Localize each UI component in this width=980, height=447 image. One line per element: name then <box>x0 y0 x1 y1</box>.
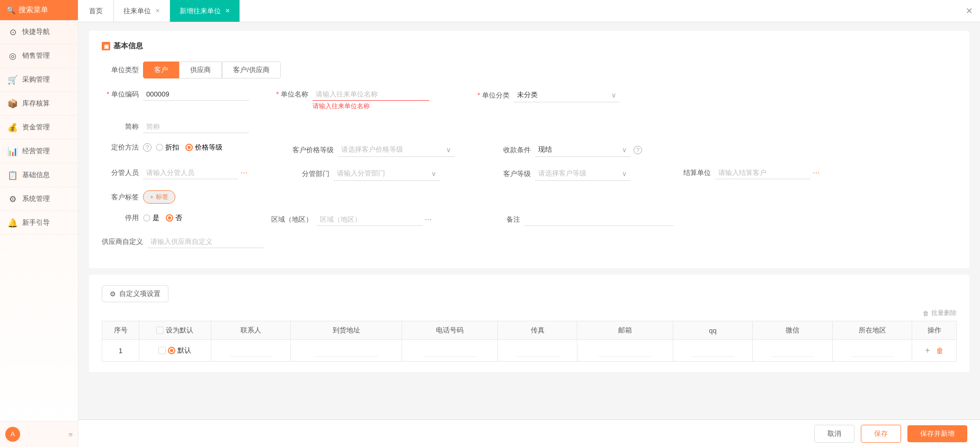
sidebar-item-system[interactable]: ⚙ 系统管理 <box>0 187 78 211</box>
contact-input[interactable] <box>230 344 272 357</box>
table-row: 1 默认 <box>102 340 957 362</box>
sidebar-item-finance[interactable]: 💰 资金管理 <box>0 116 78 139</box>
type-btn-customer[interactable]: 客户 <box>143 62 179 78</box>
department-field: 分管部门 请输入分管部门 ∨ <box>292 166 494 181</box>
phone-input[interactable] <box>423 344 476 357</box>
supplier-custom-label: 供应商自定义 <box>102 237 143 247</box>
manager-label: 分管人员 <box>102 168 139 178</box>
operations-icon: 📊 <box>7 146 18 156</box>
default-radio[interactable]: 默认 <box>168 346 191 355</box>
pricing-radio-level[interactable]: 价格等级 <box>185 143 222 152</box>
pricing-help-icon[interactable]: ? <box>143 143 152 152</box>
location-input[interactable] <box>851 344 894 357</box>
qq-input[interactable] <box>692 344 734 357</box>
chevron-down-icon: ∨ <box>611 91 617 99</box>
delete-row-button[interactable]: 🗑 <box>936 346 943 355</box>
contacts-table: 序号 设为默认 联系人 到货地址 电话号码 传真 邮箱 qq <box>102 321 957 362</box>
row-checkbox[interactable] <box>158 347 166 354</box>
batch-delete-icon: 🗑 <box>923 310 929 317</box>
disabled-radio-no[interactable]: 否 <box>166 213 182 223</box>
tab-bar: 首页 往来单位 ✕ 新增往来单位 ✕ ✕ <box>78 0 980 22</box>
unit-type-label: 单位类型 <box>102 65 139 75</box>
disabled-radio-group: 是 否 <box>143 213 182 223</box>
manager-dots-button[interactable]: ··· <box>238 168 250 178</box>
settlement-dots-button[interactable]: ··· <box>810 168 822 178</box>
gear-icon: ⚙ <box>110 290 116 298</box>
unit-name-input[interactable] <box>313 88 429 101</box>
department-select[interactable]: 请输入分管部门 ∨ <box>334 166 440 181</box>
main-area: 首页 往来单位 ✕ 新增往来单位 ✕ ✕ ▣ 基本信息 单位类型 客户 <box>78 0 980 447</box>
short-name-input[interactable] <box>143 120 249 133</box>
customer-price-level-field: 客户价格等级 请选择客户价格等级 ∨ <box>292 143 494 157</box>
region-input[interactable] <box>317 213 423 226</box>
save-and-new-button[interactable]: 保存并新增 <box>907 425 967 442</box>
sidebar-item-purchase[interactable]: 🛒 采购管理 <box>0 68 78 92</box>
wechat-input[interactable] <box>771 344 814 357</box>
sidebar-item-basic[interactable]: 📋 基础信息 <box>0 163 78 187</box>
supplier-custom-input[interactable] <box>147 235 264 248</box>
sidebar-item-sales[interactable]: ◎ 销售管理 <box>0 44 78 68</box>
type-btn-both[interactable]: 客户/供应商 <box>222 62 281 78</box>
search-menu-button[interactable]: 🔍 搜索菜单 <box>0 0 78 20</box>
chevron-down-icon2: ∨ <box>446 146 451 154</box>
manager-input[interactable] <box>143 166 238 179</box>
section-title-icon: ▣ <box>102 42 110 50</box>
disabled-field: 停用 是 否 <box>102 213 271 223</box>
unit-category-label: 单位分类 <box>473 91 510 100</box>
col-seq: 序号 <box>102 321 139 340</box>
address-input[interactable] <box>315 344 378 357</box>
region-dots-button[interactable]: ··· <box>423 215 434 224</box>
tab-new-contact[interactable]: 新增往来单位 ✕ <box>170 0 240 22</box>
disabled-radio-yes[interactable]: 是 <box>143 213 159 223</box>
col-address: 到货地址 <box>291 321 402 340</box>
content-area: ▣ 基本信息 单位类型 客户 供应商 客户/供应商 单位编码 <box>78 22 980 419</box>
add-tag-button[interactable]: + 标签 <box>143 190 175 204</box>
settlement-unit-input[interactable] <box>715 166 810 179</box>
guide-icon: 🔔 <box>7 217 18 228</box>
add-row-button[interactable]: + <box>925 346 930 355</box>
short-name-label: 简称 <box>102 122 139 132</box>
remarks-label: 备注 <box>483 215 520 224</box>
customer-tag-label: 客户标签 <box>102 192 139 202</box>
payment-help-icon[interactable]: ? <box>634 146 642 154</box>
tab-contacts[interactable]: 往来单位 ✕ <box>114 0 170 22</box>
customer-price-level-label: 客户价格等级 <box>292 145 334 155</box>
payment-terms-field: 收款条件 现结 ∨ ? <box>494 143 684 157</box>
type-btn-supplier[interactable]: 供应商 <box>179 62 222 78</box>
pricing-radio-group: 折扣 价格等级 <box>156 143 222 152</box>
customer-price-level-select[interactable]: 请选择客户价格等级 ∨ <box>338 143 455 157</box>
supplier-custom-row: 供应商自定义 <box>102 235 957 248</box>
short-name-row: 简称 <box>102 120 957 133</box>
payment-terms-label: 收款条件 <box>494 145 531 155</box>
sidebar-item-inventory[interactable]: 📦 库存核算 <box>0 92 78 116</box>
tab-contacts-close[interactable]: ✕ <box>155 7 160 14</box>
pricing-radio-discount[interactable]: 折扣 <box>156 143 179 152</box>
department-label: 分管部门 <box>292 169 329 179</box>
tab-new-contact-close[interactable]: ✕ <box>225 7 230 14</box>
email-input[interactable] <box>599 344 652 357</box>
sidebar-item-guide[interactable]: 🔔 新手引导 <box>0 211 78 235</box>
remarks-input[interactable] <box>524 213 674 226</box>
payment-terms-select[interactable]: 现结 ∨ <box>535 143 630 157</box>
sidebar-item-quick-nav[interactable]: ⊙ 快捷导航 <box>0 20 78 44</box>
sidebar-item-operations[interactable]: 📊 经营管理 <box>0 139 78 163</box>
col-default: 设为默认 <box>139 321 211 340</box>
avatar: A <box>5 427 20 442</box>
unit-category-select[interactable]: 未分类 ∨ <box>514 88 620 102</box>
custom-settings-button[interactable]: ⚙ 自定义项设置 <box>102 285 168 302</box>
unit-code-input[interactable] <box>143 88 249 101</box>
tab-home[interactable]: 首页 <box>78 0 114 22</box>
cancel-button[interactable]: 取消 <box>814 425 854 443</box>
select-all-checkbox[interactable] <box>156 327 164 334</box>
table-header-row: 序号 设为默认 联系人 到货地址 电话号码 传真 邮箱 qq <box>102 321 957 340</box>
cell-wechat <box>753 340 833 362</box>
save-button[interactable]: 保存 <box>861 425 901 443</box>
disabled-region-row: 停用 是 否 区域（地区） ··· <box>102 213 957 226</box>
search-icon: 🔍 <box>6 6 15 14</box>
fax-input[interactable] <box>516 344 559 357</box>
close-all-tabs[interactable]: ✕ <box>958 6 980 16</box>
batch-delete-area: 🗑 批量删除 <box>102 309 957 318</box>
customer-level-select[interactable]: 请选择客户等级 ∨ <box>535 166 630 181</box>
discount-radio-circle <box>156 144 163 151</box>
sidebar-bars-icon[interactable]: ≡ <box>68 431 73 439</box>
